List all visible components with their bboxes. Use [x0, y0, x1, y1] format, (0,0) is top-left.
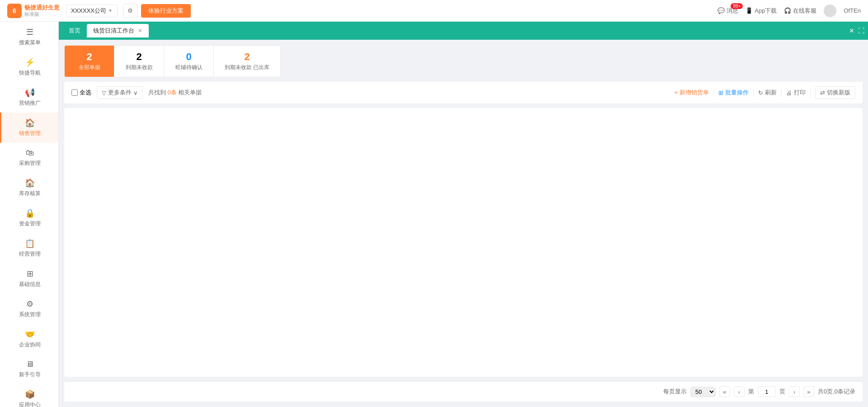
sidebar-item-operations[interactable]: 📋 经营管理: [0, 233, 58, 263]
cooperation-icon: 🤝: [25, 329, 35, 339]
sidebar-item-inventory[interactable]: 🏠 库存核算: [0, 173, 58, 203]
tab-bar: 首页 钱货日清工作台 ✕ ✕ ⛶: [59, 22, 868, 40]
sidebar: ☰ 搜索菜单 ⚡ 快捷导航 📢 营销推广 🏠 销售管理 🛍 采购管理 🏠 库: [0, 22, 59, 407]
tab-work-desk[interactable]: 钱货日清工作台 ✕: [87, 24, 149, 37]
content-area: 首页 钱货日清工作台 ✕ ✕ ⛶ 2 全部单据: [59, 22, 868, 407]
service-icon: 🎧: [784, 7, 791, 14]
refresh-icon: ↻: [758, 89, 763, 96]
settings-button[interactable]: ⚙: [123, 4, 137, 18]
sidebar-item-finance[interactable]: 🔒 资金管理: [0, 203, 58, 233]
stat-tab-pending[interactable]: 0 旺辅待确认: [164, 46, 214, 77]
stat-count-overdue: 2: [125, 51, 153, 63]
username-label: OfTEn: [844, 7, 861, 14]
stat-count-shipped: 2: [225, 51, 269, 63]
app-container: 6 畅捷通好生意 标准版 XXXXXX公司 ▼ ⚙ 体验行业方案 💬 消息 99…: [0, 0, 868, 407]
last-page-button[interactable]: »: [803, 386, 814, 397]
filter-chevron-icon: ∨: [133, 89, 138, 96]
switch-icon: ⇄: [820, 89, 825, 96]
refresh-button[interactable]: ↻ 刷新: [758, 89, 777, 97]
quick-nav-icon: ⚡: [25, 57, 35, 67]
table-area: [64, 108, 863, 377]
guide-icon: 🖥: [26, 360, 34, 369]
prev-page-button[interactable]: ‹: [734, 386, 745, 397]
filter-icon: ▽: [102, 89, 106, 96]
sidebar-item-sales[interactable]: 🏠 销售管理: [0, 112, 58, 143]
select-all-checkbox-label[interactable]: 全选: [71, 89, 91, 97]
sidebar-label-quick-nav: 快捷导航: [19, 69, 41, 77]
batch-operation-button[interactable]: ⊞ 批量操作: [718, 89, 749, 97]
company-name: XXXXXX公司: [71, 7, 106, 15]
tab-close-icon[interactable]: ✕: [138, 28, 142, 34]
inventory-icon: 🏠: [25, 178, 35, 188]
sidebar-item-basics[interactable]: ⊞ 基础信息: [0, 263, 58, 294]
message-icon: 💬: [717, 7, 725, 14]
stats-tabs: 2 全部单据 2 到期未收款 0 旺辅待确认 2 到期未收款 已出库: [64, 45, 281, 77]
download-icon: 📱: [745, 7, 753, 14]
top-header: 6 畅捷通好生意 标准版 XXXXXX公司 ▼ ⚙ 体验行业方案 💬 消息 99…: [0, 0, 868, 22]
sidebar-label-finance: 资金管理: [19, 220, 41, 228]
per-page-select[interactable]: 50 20 100: [690, 387, 716, 397]
tab-work-desk-label: 钱货日清工作台: [93, 27, 134, 35]
message-button[interactable]: 💬 消息 99+: [717, 7, 738, 15]
app-download-button[interactable]: 📱 App下载: [745, 7, 777, 15]
sales-icon: 🏠: [25, 118, 35, 128]
logo-sub-text: 标准版: [24, 11, 60, 17]
filter-button[interactable]: ▽ 更多条件 ∨: [97, 86, 143, 99]
purchase-icon: 🛍: [26, 148, 34, 158]
sidebar-label-app-center: 应用中心: [19, 401, 41, 407]
add-order-button[interactable]: + 新增销货单: [673, 89, 709, 97]
basics-icon: ⊞: [27, 269, 33, 279]
pagination: 每页显示 50 20 100 « ‹ 第 1 页 › » 共0页,0条记录: [64, 381, 863, 402]
page-suffix-label: 页: [779, 388, 785, 396]
avatar[interactable]: [824, 5, 836, 17]
stat-tab-overdue[interactable]: 2 到期未收款: [114, 46, 164, 77]
stat-label-overdue: 到期未收款: [125, 64, 153, 71]
first-page-button[interactable]: «: [719, 386, 730, 397]
tab-home[interactable]: 首页: [62, 24, 87, 37]
operations-icon: 📋: [25, 239, 35, 248]
sidebar-item-quick-nav[interactable]: ⚡ 快捷导航: [0, 52, 58, 82]
window-expand-icon[interactable]: ⛶: [858, 27, 864, 34]
sidebar-label-system: 系统管理: [19, 311, 41, 318]
select-all-checkbox[interactable]: [71, 89, 78, 96]
stat-tab-shipped[interactable]: 2 到期未收款 已出库: [214, 46, 280, 77]
message-badge: 99+: [731, 3, 743, 9]
header-right: 💬 消息 99+ 📱 App下载 🎧 在线客服 OfTEn: [717, 5, 861, 17]
stat-count-pending: 0: [175, 51, 203, 63]
found-count: 0条: [168, 89, 177, 96]
next-page-button[interactable]: ›: [789, 386, 800, 397]
sidebar-item-system[interactable]: ⚙ 系统管理: [0, 294, 58, 324]
sidebar-label-cooperation: 企业协同: [19, 341, 41, 349]
stat-tab-all[interactable]: 2 全部单据: [65, 46, 114, 77]
sidebar-item-app-center[interactable]: 📦 应用中心: [0, 384, 58, 407]
sidebar-item-purchase[interactable]: 🛍 采购管理: [0, 143, 58, 173]
logo-text: 畅捷通好生意 标准版: [24, 4, 60, 17]
logo-area: 6 畅捷通好生意 标准版: [7, 4, 66, 18]
tab-window-controls: ✕ ⛶: [849, 27, 864, 34]
sidebar-item-search-menu[interactable]: ☰ 搜索菜单: [0, 22, 58, 52]
stat-label-pending: 旺辅待确认: [175, 64, 203, 71]
sidebar-item-cooperation[interactable]: 🤝 企业协同: [0, 324, 58, 354]
system-icon: ⚙: [26, 299, 33, 309]
stat-label-all: 全部单据: [75, 64, 103, 71]
toolbar-right: + 新增销货单 ⊞ 批量操作 ↻ 刷新: [673, 86, 855, 99]
app-center-icon: 📦: [25, 389, 35, 399]
window-close-icon[interactable]: ✕: [849, 27, 854, 34]
divider-1: [713, 89, 714, 96]
sidebar-item-marketing[interactable]: 📢 营销推广: [0, 82, 58, 112]
online-service-button[interactable]: 🎧 在线客服: [784, 7, 816, 15]
company-selector[interactable]: XXXXXX公司 ▼: [66, 5, 118, 17]
main-area: ☰ 搜索菜单 ⚡ 快捷导航 📢 营销推广 🏠 销售管理 🛍 采购管理 🏠 库: [0, 22, 868, 407]
sidebar-item-guide[interactable]: 🖥 新手引导: [0, 354, 58, 384]
page-number-input[interactable]: 1: [758, 386, 776, 397]
sidebar-label-operations: 经营管理: [19, 250, 41, 258]
print-button[interactable]: 🖨 打印: [786, 89, 806, 97]
switch-version-button[interactable]: ⇄ 切换新版: [815, 86, 855, 99]
divider-4: [810, 89, 811, 96]
trial-button[interactable]: 体验行业方案: [141, 4, 191, 18]
print-icon: 🖨: [786, 89, 792, 96]
sidebar-label-marketing: 营销推广: [19, 99, 41, 107]
sidebar-label-inventory: 库存核算: [19, 190, 41, 197]
chevron-down-icon: ▼: [108, 8, 113, 13]
sidebar-label-basics: 基础信息: [19, 281, 41, 288]
